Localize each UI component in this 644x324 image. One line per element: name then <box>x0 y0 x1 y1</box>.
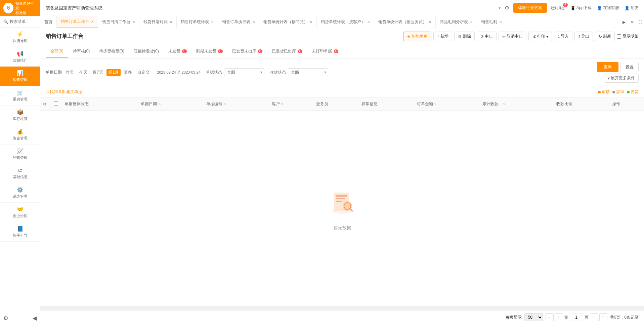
smart-btn[interactable]: ★ 智能生单 <box>403 32 431 41</box>
tab-home[interactable]: 首页 <box>40 16 57 28</box>
sidebar-item-sales[interactable]: 📊 销售管理 <box>0 67 40 86</box>
sidebar-item-quick-nav[interactable]: ⚡ 快捷导航 <box>0 28 40 47</box>
date-btn-custom[interactable]: 自定义 <box>135 69 152 76</box>
topbar-settings-icon[interactable]: ⚙ <box>505 5 509 11</box>
tab-cash-reconcile[interactable]: 钱货日清对账 ✕ <box>139 16 177 28</box>
page-input[interactable] <box>570 314 583 321</box>
page-size-select[interactable]: 20 50 100 <box>524 313 543 321</box>
col-action: 操作 <box>609 98 644 111</box>
date-btn-today[interactable]: 今天 <box>77 69 89 76</box>
app-download-btn[interactable]: 📱 App下载 <box>570 5 592 11</box>
sidebar-item-guide[interactable]: 📘 新手引导 <box>0 222 40 242</box>
tab-close-sales-stats[interactable]: ✕ <box>211 20 214 24</box>
tab-sales-stats-staff[interactable]: 销货单统计表（按业务员） ✕ <box>374 16 436 28</box>
sub-tab-shipped-out[interactable]: 已发货已出库 0 <box>267 45 307 58</box>
col-settings-icon[interactable]: ⚙ <box>43 102 47 107</box>
stop-btn[interactable]: ⊘ 中止 <box>477 32 497 41</box>
expand-btn[interactable]: ▾ 展开更多条件 <box>604 74 639 83</box>
sub-tab-all[interactable]: 全部(0) <box>46 45 68 58</box>
pagination: 每页显示 20 50 100 « ‹ 第 页 › » 共0页，0条记录 <box>40 310 644 324</box>
set-btn[interactable]: 设置 <box>620 62 639 72</box>
page-first-btn[interactable]: « <box>546 313 554 321</box>
page-prev-btn[interactable]: ‹ <box>555 313 563 321</box>
print-btn[interactable]: 🖨 打印 ▾ <box>528 32 552 41</box>
user-btn[interactable]: 👤 用友 <box>625 5 639 11</box>
tab-sales-exec[interactable]: 销售订单执行表 ✕ <box>218 16 259 28</box>
sidebar-item-finance[interactable]: 💰 资金管理 <box>0 125 40 145</box>
page-last-btn[interactable]: » <box>599 313 607 321</box>
chevron-down-icon[interactable]: ▾ <box>499 6 501 10</box>
tab-close-cash-daily[interactable]: ✕ <box>132 20 135 24</box>
tab-scroll-left[interactable]: ▶ <box>620 16 628 28</box>
sub-tab-wangpu[interactable]: 旺铺待发货(0) <box>129 45 164 58</box>
col-collected[interactable]: 累计收款... ⇅ <box>480 98 554 111</box>
sidebar-item-purchase[interactable]: 🛒 采购管理 <box>0 86 40 106</box>
tab-cash-daily[interactable]: 钱货日清工作台 ✕ <box>98 16 139 28</box>
tab-close-sales-gross[interactable]: ✕ <box>499 20 502 24</box>
sidebar-item-operation[interactable]: 📈 经营管理 <box>0 145 40 164</box>
tabbar-arrows: ▶ ✕ ⛶ <box>620 16 644 28</box>
tab-close-sales-workbench[interactable]: ✕ <box>91 20 94 24</box>
h-scrollbar[interactable] <box>40 306 644 310</box>
tab-close-all[interactable]: ✕ <box>628 16 636 28</box>
sub-tab-overdue[interactable]: 到期未发货 0 <box>191 45 227 58</box>
sub-tab-pending-review[interactable]: 待审核(0) <box>68 45 95 58</box>
sidebar-item-corp[interactable]: 🤝 企业协同 <box>0 203 40 222</box>
query-btn[interactable]: 查询 <box>597 62 618 72</box>
select-all-checkbox[interactable] <box>54 102 58 106</box>
sub-tab-not-printed[interactable]: 未打印单据 0 <box>307 45 343 58</box>
col-number[interactable]: 单据编号 ⇅ <box>204 98 269 111</box>
messages-icon-btn[interactable]: 💬 消息 6 <box>551 5 565 11</box>
sidebar-item-inventory[interactable]: 📦 库存核算 <box>0 106 40 125</box>
sidebar-item-system[interactable]: ⚙️ 系统管理 <box>0 183 40 203</box>
refresh-btn[interactable]: ↻ 刷新 <box>595 32 615 41</box>
col-date[interactable]: 单据日期 ⇅ <box>138 98 204 111</box>
cancel-stop-btn[interactable]: ↩ 取消中止 <box>499 32 526 41</box>
col-settings: ⚙ <box>40 98 51 111</box>
industry-btn[interactable]: 体验行业方案 <box>513 3 547 13</box>
tab-sales-workbench[interactable]: 销售订单工作台 ✕ <box>57 16 98 28</box>
tab-close-cash-reconcile[interactable]: ✕ <box>170 20 172 24</box>
tab-close-stats-customer[interactable]: ✕ <box>367 20 370 24</box>
tab-sales-gross[interactable]: 销售毛利 ✕ <box>477 16 506 28</box>
sub-tab-pending-inspect[interactable]: 待拣货检货(0) <box>94 45 129 58</box>
audit-action[interactable]: 审核 <box>598 89 610 95</box>
sidebar-item-basic[interactable]: 🗂 基础信息 <box>0 164 40 183</box>
show-detail-checkbox[interactable] <box>617 34 621 39</box>
date-btn-more[interactable]: 更多 <box>122 69 134 76</box>
payment-select[interactable]: 全部 <box>288 68 328 76</box>
show-detail-label[interactable]: 显示明细 <box>617 34 639 39</box>
tab-sales-stats[interactable]: 销售订单统计表 ✕ <box>177 16 218 28</box>
tab-goods-margin[interactable]: 商品毛利分析表 ✕ <box>436 16 477 28</box>
tab-sales-stats-product[interactable]: 销货单统计表（按商品） ✕ <box>259 16 317 28</box>
col-customer[interactable]: 客户 ⇅ <box>269 98 314 111</box>
new-btn[interactable]: + 新增 <box>433 32 452 41</box>
abandon-action[interactable]: 弃审 <box>612 89 624 95</box>
main-area: 装备及固定资产辅助管理系统 ▾ ⚙ 体验行业方案 💬 消息 6 📱 App下载 … <box>40 0 644 324</box>
date-btn-1month[interactable]: 近1月 <box>106 69 121 76</box>
page-next-btn[interactable]: › <box>590 313 598 321</box>
tab-close-stats-staff[interactable]: ✕ <box>429 20 431 24</box>
tab-maximize[interactable]: ⛶ <box>636 16 644 28</box>
online-service-btn[interactable]: 👤 在线客服 <box>597 5 619 11</box>
tab-close-stats-product[interactable]: ✕ <box>310 20 312 24</box>
ship-action[interactable]: 发货 <box>627 89 639 95</box>
delete-btn[interactable]: 🗑 删除 <box>454 32 475 41</box>
sub-tab-not-shipped[interactable]: 未发货 0 <box>164 45 191 58</box>
date-btn-7days[interactable]: 近7天 <box>91 69 105 76</box>
sidebar-search[interactable]: 🔍 搜索菜单 <box>0 16 40 28</box>
status-select[interactable]: 全部 <box>224 68 264 76</box>
sidebar-item-marketing[interactable]: 📢 营销推广 <box>0 47 40 67</box>
tab-sales-stats-customer[interactable]: 销货单统计表（按客户） ✕ <box>317 16 374 28</box>
tab-close-sales-exec[interactable]: ✕ <box>252 20 255 24</box>
settings-footer-icon[interactable]: ⚙ <box>3 315 8 321</box>
export-btn[interactable]: ⤴ 导出 <box>574 32 593 41</box>
date-btn-yesterday[interactable]: 昨天 <box>64 69 76 76</box>
sub-tab-shipped-not-out[interactable]: 已发货未出库 0 <box>227 45 267 58</box>
col-amount[interactable]: 订单金额 ⇅ <box>414 98 480 111</box>
page-actions: ★ 智能生单 + 新增 🗑 删除 ⊘ 中止 ↩ 取消中止 🖨 <box>403 32 639 41</box>
import-btn[interactable]: ⤵ 导入 <box>554 32 572 41</box>
collapse-icon[interactable]: ◀ <box>33 315 37 321</box>
date-range-display: 2023-02-24 至 2023-03-24 <box>157 70 201 75</box>
tab-close-goods-margin[interactable]: ✕ <box>470 20 473 24</box>
